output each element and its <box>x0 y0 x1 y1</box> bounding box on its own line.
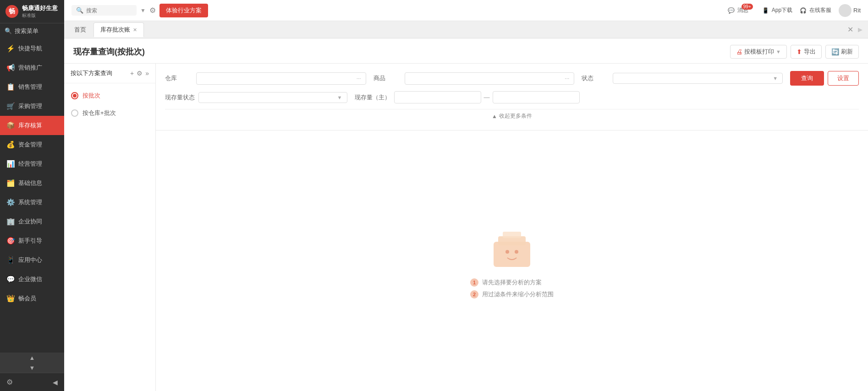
warehouse-input[interactable]: ··· <box>196 72 366 85</box>
sidebar-scroll-up[interactable]: ▲ <box>0 353 64 363</box>
stock-qty-min-input[interactable] <box>394 91 481 103</box>
stock-qty-max-input[interactable] <box>493 91 580 103</box>
filter-item-active-icon <box>71 92 79 100</box>
filter-item-by-batch[interactable]: 按批次 <box>64 87 155 104</box>
sidebar-scroll-down[interactable]: ▼ <box>0 363 64 373</box>
topbar-dropdown-arrow[interactable]: ▼ <box>140 7 146 14</box>
status-select[interactable]: ▼ <box>613 73 783 84</box>
stock-qty-range: — <box>394 91 580 103</box>
results-area: 1 请先选择要分析的方案 2 用过滤条件来缩小分析范围 <box>156 130 868 391</box>
sidebar-item-purchase[interactable]: 🛒 采购管理 <box>0 97 64 116</box>
query-row-2: 现存量状态 ▼ 现存量（主） <box>165 91 859 103</box>
collapse-more-button[interactable]: ▲ 收起更多条件 <box>165 109 859 123</box>
filter-item-by-warehouse-batch[interactable]: 按仓库+批次 <box>64 104 155 122</box>
sidebar-item-sales[interactable]: 📋 销售管理 <box>0 77 64 97</box>
sidebar-item-finance[interactable]: 💰 资金管理 <box>0 135 64 154</box>
sidebar-item-system[interactable]: ⚙️ 系统管理 <box>0 193 64 212</box>
hint-2-text: 用过滤条件来缩小分析范围 <box>482 290 554 299</box>
marketing-icon: 📢 <box>6 64 15 72</box>
content-area: 现存量查询(按批次) 🖨 按模板打印 ▼ ⬆ 导出 🔄 <box>64 38 868 391</box>
sidebar-search[interactable]: 🔍 搜索菜单 <box>0 23 64 39</box>
print-button[interactable]: 🖨 按模板打印 ▼ <box>730 45 787 59</box>
print-dropdown-icon[interactable]: ▼ <box>776 49 781 54</box>
sidebar-header: 畅 畅康通好生意 标准版 <box>0 0 64 23</box>
settings-button[interactable]: 设置 <box>828 71 859 86</box>
status-select-arrow: ▼ <box>773 76 778 81</box>
nav-label: 经营管理 <box>18 160 42 168</box>
refresh-icon: 🔄 <box>831 48 839 55</box>
query-row-1: 仓库 ··· 商品 ··· <box>165 71 859 86</box>
warehouse-field: 仓库 ··· <box>165 72 366 85</box>
export-button[interactable]: ⬆ 导出 <box>791 45 822 59</box>
tab-inventory-batch[interactable]: 库存批次账 ✕ <box>93 22 144 37</box>
messages-icon: 💬 <box>728 7 735 14</box>
topbar-search-box[interactable]: 🔍 <box>71 5 137 16</box>
warehouse-more-icon[interactable]: ··· <box>357 75 361 81</box>
topbar-search-input[interactable] <box>86 7 132 14</box>
filter-panel: 按以下方案查询 + ⚙ » 按批次 <box>64 64 156 391</box>
purchase-icon: 🛒 <box>6 102 15 110</box>
sidebar-item-appstore[interactable]: 📱 应用中心 <box>0 250 64 270</box>
panel-more-button[interactable]: ▶ <box>856 24 864 35</box>
tab-inventory-batch-label: 库存批次账 <box>100 26 130 34</box>
query-form: 仓库 ··· 商品 ··· <box>156 64 868 130</box>
app-download-button[interactable]: 📱 App下载 <box>762 6 792 14</box>
product-input[interactable]: ··· <box>405 72 575 85</box>
sidebar-collapse-button[interactable]: ◀ <box>53 379 58 386</box>
sidebar-nav: ⚡ 快捷导航 📢 营销推广 📋 销售管理 🛒 采购管理 📦 库存核算 💰 <box>0 39 64 353</box>
tab-inventory-batch-close[interactable]: ✕ <box>133 27 137 33</box>
app-logo: 畅 <box>5 5 18 18</box>
sidebar-item-operation[interactable]: 📊 经营管理 <box>0 154 64 174</box>
stock-qty-field: 现存量（主） — <box>355 91 580 103</box>
nav-label: 库存核算 <box>18 121 42 130</box>
sidebar-item-member[interactable]: 👑 畅会员 <box>0 289 64 308</box>
query-button[interactable]: 查询 <box>790 71 824 86</box>
messages-button[interactable]: 💬 消息 99+ <box>728 6 748 14</box>
topbar-settings-icon[interactable]: ⚙ <box>149 6 156 15</box>
stock-qty-label: 现存量（主） <box>355 93 390 102</box>
product-input-field[interactable] <box>410 75 562 82</box>
warehouse-input-field[interactable] <box>201 75 354 82</box>
sidebar-item-quick-nav[interactable]: ⚡ 快捷导航 <box>0 39 64 58</box>
sidebar-item-marketing[interactable]: 📢 营销推广 <box>0 58 64 77</box>
user-menu[interactable]: Rit <box>839 4 861 17</box>
refresh-button[interactable]: 🔄 刷新 <box>825 45 859 59</box>
trial-button[interactable]: 体验行业方案 <box>159 4 208 17</box>
tabbar: 首页 库存批次账 ✕ ✕ ▶ <box>64 21 868 38</box>
tab-home[interactable]: 首页 <box>68 23 93 37</box>
empty-hint-2: 2 用过滤条件来缩小分析范围 <box>470 290 554 299</box>
sidebar-item-enterprise[interactable]: 🏢 企业协同 <box>0 212 64 231</box>
filter-collapse-button[interactable]: » <box>145 70 149 77</box>
nav-label: 资金管理 <box>18 141 42 149</box>
collapse-arrow-icon: ▲ <box>492 113 497 119</box>
app-download-icon: 📱 <box>762 7 769 14</box>
user-avatar <box>839 4 852 17</box>
topbar-right: 💬 消息 99+ 📱 App下载 🎧 在线客服 Rit <box>728 4 861 17</box>
product-field: 商品 ··· <box>374 72 575 85</box>
stock-status-select[interactable]: ▼ <box>198 92 347 103</box>
filter-items: 按批次 按仓库+批次 <box>64 83 155 125</box>
sidebar-item-newbie[interactable]: 🎯 新手引导 <box>0 231 64 250</box>
product-more-icon[interactable]: ··· <box>565 75 569 81</box>
online-service-button[interactable]: 🎧 在线客服 <box>800 6 831 14</box>
filter-add-button[interactable]: + <box>130 70 134 77</box>
nav-label: 销售管理 <box>18 83 42 91</box>
stock-status-field: 现存量状态 ▼ <box>165 92 347 103</box>
query-buttons: 查询 设置 <box>790 71 859 86</box>
main-area: 🔍 ▼ ⚙ 体验行业方案 💬 消息 99+ 📱 App下载 🎧 <box>64 0 868 391</box>
sidebar-item-wechat[interactable]: 💬 企业微信 <box>0 270 64 289</box>
finance-icon: 💰 <box>6 141 15 149</box>
sidebar-item-basic[interactable]: 🗂️ 基础信息 <box>0 174 64 193</box>
nav-label: 新手引导 <box>18 237 42 245</box>
system-icon: ⚙️ <box>6 198 15 206</box>
panel-close-button[interactable]: ✕ <box>846 23 855 36</box>
app-title: 畅康通好生意 标准版 <box>22 5 58 18</box>
filter-item-by-warehouse-batch-label: 按仓库+批次 <box>82 109 116 117</box>
topbar-search-icon: 🔍 <box>76 7 83 14</box>
filter-item-inactive-icon <box>71 109 79 117</box>
sidebar-item-inventory[interactable]: 📦 库存核算 <box>0 116 64 135</box>
sidebar-settings-icon[interactable]: ⚙ <box>6 378 13 386</box>
filter-settings-button[interactable]: ⚙ <box>137 70 143 77</box>
export-label: 导出 <box>804 48 816 56</box>
user-name: Rit <box>853 7 861 14</box>
